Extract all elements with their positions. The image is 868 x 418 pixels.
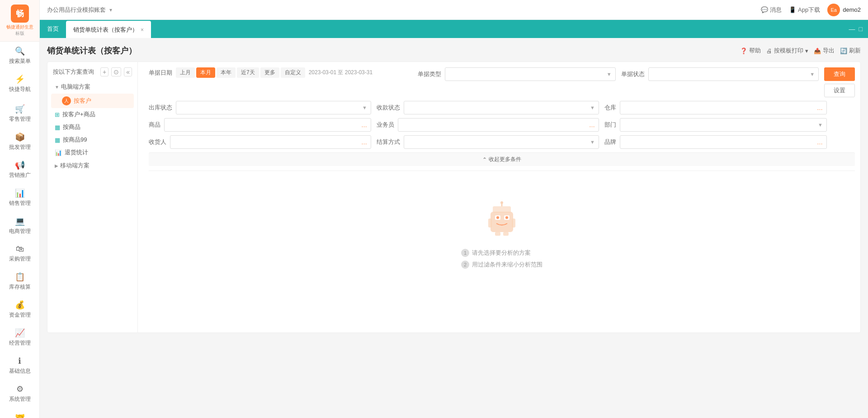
tree-item-return-stats[interactable]: 📊 退货统计 xyxy=(51,146,134,159)
tab-close-icon[interactable]: × xyxy=(141,27,144,33)
avatar-text: Ea xyxy=(831,7,837,13)
marketing-icon: 📢 xyxy=(15,160,25,170)
settlement-select[interactable]: ▼ xyxy=(404,135,599,149)
salesman-select[interactable]: … xyxy=(398,118,599,132)
page-header: 销货单统计表（按客户） ❓ 帮助 🖨 按模板打印 ▾ 📤 导出 🔄 刷新 xyxy=(47,45,861,56)
dept-select[interactable]: ▼ xyxy=(620,118,827,132)
user-profile[interactable]: Ea demo2 xyxy=(827,4,861,16)
sidebar-item-search[interactable]: 🔍 搜索菜单 xyxy=(0,42,39,70)
sidebar-item-collab[interactable]: 🤝 企业协同 xyxy=(0,408,39,418)
goods-dots: … xyxy=(361,122,367,128)
sidebar-item-quicknav[interactable]: ⚡ 快捷导航 xyxy=(0,70,39,98)
sidebar-item-finance[interactable]: 💰 资金管理 xyxy=(0,295,39,323)
app-download-label: App下载 xyxy=(798,6,820,14)
warehouse-select[interactable]: … xyxy=(620,101,827,114)
help-button[interactable]: ❓ 帮助 xyxy=(740,47,761,55)
sidebar-item-wholesale[interactable]: 📦 批发管理 xyxy=(0,128,39,156)
message-label: 消息 xyxy=(770,6,782,14)
goods-icon: ▦ xyxy=(55,124,60,131)
empty-state: 1 请先选择要分析的方案 2 用过滤条件来缩小分析范围 xyxy=(149,171,855,296)
refresh-icon: 🔄 xyxy=(840,48,847,54)
tree-item-by-customer[interactable]: 人 按客户 xyxy=(51,94,134,108)
date-pill-this-month[interactable]: 本月 xyxy=(196,67,215,78)
print-icon: 🖨 xyxy=(766,48,772,54)
sidebar-item-search-label: 搜索菜单 xyxy=(9,57,31,65)
purchase-icon: 🛍 xyxy=(16,244,24,254)
date-pill-this-year[interactable]: 本年 xyxy=(217,67,236,78)
topnav-left: 办公用品行业模拟账套 ▾ xyxy=(47,6,112,14)
mobile-group-label[interactable]: ▶ 移动端方案 xyxy=(51,159,134,172)
sales-icon: 📊 xyxy=(15,188,25,198)
payment-status-select[interactable]: ▼ xyxy=(404,101,599,114)
brand-select[interactable]: … xyxy=(620,135,827,149)
payment-status-caret: ▼ xyxy=(590,105,595,110)
sidebar-item-operations-label: 经营管理 xyxy=(9,339,31,347)
tree-item-by-goods99[interactable]: ▦ 按商品99 xyxy=(51,133,134,146)
mobile-group: ▶ 移动端方案 xyxy=(47,159,137,172)
date-pill-last7[interactable]: 近7天 xyxy=(237,67,259,78)
finance-icon: 💰 xyxy=(15,300,25,310)
out-status-caret: ▼ xyxy=(362,105,367,110)
tab-home[interactable]: 首页 xyxy=(40,20,66,38)
order-type-select[interactable]: ▼ xyxy=(445,67,615,81)
date-pill-more[interactable]: 更多 xyxy=(260,67,279,78)
settlement-caret: ▼ xyxy=(590,139,595,145)
goods-select[interactable]: … xyxy=(164,118,371,132)
print-button[interactable]: 🖨 按模板打印 ▾ xyxy=(766,47,808,55)
desktop-group-label[interactable]: ▼ 电脑端方案 xyxy=(51,80,134,94)
tree-item-by-goods[interactable]: ▦ 按商品 xyxy=(51,121,134,133)
app-download-button[interactable]: 📱 App下载 xyxy=(789,6,820,14)
refresh-button[interactable]: 🔄 刷新 xyxy=(840,47,861,55)
sidebar-item-inventory[interactable]: 📋 库存核算 xyxy=(0,267,39,295)
goods99-icon: ▦ xyxy=(55,137,60,143)
svg-rect-5 xyxy=(488,218,492,228)
export-button[interactable]: 📤 导出 xyxy=(814,47,835,55)
collapse-bar[interactable]: ⌃ 收起更多条件 xyxy=(149,152,855,166)
settings-scheme-button[interactable]: ⊙ xyxy=(111,67,121,76)
print-label: 按模板打印 xyxy=(774,47,803,55)
main-area: 办公用品行业模拟账套 ▾ 💬 消息 📱 App下载 Ea demo2 首页 xyxy=(40,0,868,418)
tab-maximize-button[interactable]: □ xyxy=(859,25,863,33)
tree-item-customer-goods[interactable]: ⊞ 按客户+商品 xyxy=(51,108,134,121)
add-scheme-button[interactable]: + xyxy=(100,67,108,76)
sidebar-item-ecommerce[interactable]: 💻 电商管理 xyxy=(0,212,39,240)
collapse-panel-button[interactable]: « xyxy=(124,67,132,76)
message-button[interactable]: 💬 消息 xyxy=(761,6,782,14)
date-pill-last-month[interactable]: 上月 xyxy=(176,67,195,78)
out-status-select[interactable]: ▼ xyxy=(176,101,371,114)
customer-goods-icon: ⊞ xyxy=(55,111,60,118)
logo-icon: 畅 xyxy=(11,5,29,23)
search-icon: 🔍 xyxy=(15,46,25,56)
return-stats-icon: 📊 xyxy=(55,149,62,156)
sidebar-item-marketing[interactable]: 📢 营销推广 xyxy=(0,156,39,184)
download-icon: 📱 xyxy=(789,6,796,13)
tab-minimize-button[interactable]: — xyxy=(849,25,855,33)
tab-active[interactable]: 销货单统计表（按客户） × xyxy=(66,21,151,39)
print-dropdown-icon[interactable]: ▾ xyxy=(805,48,808,54)
sidebar-item-system[interactable]: ⚙ 系统管理 xyxy=(0,380,39,408)
sidebar-item-purchase-label: 采购管理 xyxy=(9,255,31,263)
date-pill-custom[interactable]: 自定义 xyxy=(281,67,305,78)
tab-home-label: 首页 xyxy=(47,25,59,33)
empty-illustration xyxy=(479,198,524,243)
order-status-select[interactable]: ▼ xyxy=(648,67,819,81)
tree-item-customer-goods-label: 按客户+商品 xyxy=(62,110,95,119)
sidebar-item-retail[interactable]: 🛒 零售管理 xyxy=(0,100,39,128)
query-button[interactable]: 查询 xyxy=(824,67,855,81)
payment-status-group: 收款状态 ▼ xyxy=(377,101,599,114)
order-status-label: 单据状态 xyxy=(621,70,645,78)
date-pills: 上月 本月 本年 近7天 更多 自定义 xyxy=(176,67,305,78)
date-label: 单据日期 xyxy=(149,69,172,77)
sidebar-item-operations[interactable]: 📈 经营管理 xyxy=(0,323,39,352)
breadcrumb-dropdown[interactable]: ▾ xyxy=(109,7,112,13)
svg-rect-0 xyxy=(491,212,513,232)
sidebar-item-basics[interactable]: ℹ 基础信息 xyxy=(0,352,39,380)
settlement-group: 结算方式 ▼ xyxy=(377,135,599,149)
sidebar-item-system-label: 系统管理 xyxy=(9,395,31,403)
sidebar-item-wholesale-label: 批发管理 xyxy=(9,143,31,151)
sidebar-item-sales[interactable]: 📊 销售管理 xyxy=(0,184,39,212)
sidebar-item-purchase[interactable]: 🛍 采购管理 xyxy=(0,240,39,267)
recipient-select[interactable]: … xyxy=(170,135,371,149)
recipient-dots: … xyxy=(361,139,367,146)
settings-button[interactable]: 设置 xyxy=(824,84,855,97)
